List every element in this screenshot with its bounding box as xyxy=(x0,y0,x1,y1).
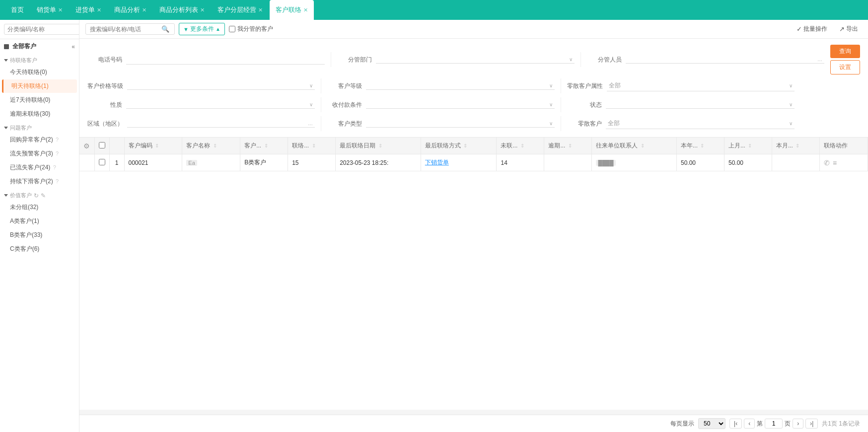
filter-customer-grade-select[interactable]: ∨ xyxy=(366,82,555,90)
hint-icon-risk: ? xyxy=(56,150,59,156)
sidebar-item-c[interactable]: C类客户(6) xyxy=(2,242,77,256)
settings-icon[interactable]: ⚙ xyxy=(83,142,90,150)
next-page-btn[interactable]: › xyxy=(793,419,803,429)
filter-retail-attr-label: 零散客户属性 xyxy=(567,82,603,90)
sidebar-item-tomorrow[interactable]: 明天待联络(1) xyxy=(2,79,77,93)
nav-analysis-list[interactable]: 商品分析列表 ✕ xyxy=(153,0,211,20)
filter-row-1: 电话号码 分管部门 ∨ 分管人员 … xyxy=(87,43,860,76)
sidebar-item-risk[interactable]: 流失预警客户(3) ? xyxy=(2,147,77,160)
filter-retail-attr-select[interactable]: 全部 ∨ xyxy=(607,80,795,91)
nav-close-purchase[interactable]: ✕ xyxy=(97,7,101,13)
sort-icon-code[interactable]: ⇕ xyxy=(155,143,159,148)
page-nav: |‹ ‹ 第 页 › ›| xyxy=(729,419,818,429)
row-un-contact: 14 xyxy=(497,154,544,171)
action-phone-icon[interactable]: ✆ xyxy=(824,159,830,167)
sort-icon-date[interactable]: ⇕ xyxy=(378,143,382,148)
sidebar-group-value-refresh[interactable]: ↻ xyxy=(34,192,39,199)
filter-ctype-label: 客户类型 xyxy=(327,120,362,128)
nav-close-customer-contact[interactable]: ✕ xyxy=(303,7,308,13)
filter-region-select[interactable]: … xyxy=(127,120,315,128)
sidebar-item-lost[interactable]: 已流失客户(24) ? xyxy=(2,161,77,174)
sidebar-item-today[interactable]: 今天待联络(0) xyxy=(2,66,77,79)
filter-nature-select[interactable]: ∨ xyxy=(126,101,315,109)
filter-price-grade-select[interactable]: ∨ xyxy=(127,82,315,90)
filter-person-select[interactable]: … xyxy=(626,56,824,64)
nav-customer-contact[interactable]: 客户联络 ✕ xyxy=(270,0,314,20)
sidebar-item-a[interactable]: A类客户(1) xyxy=(2,215,77,228)
row-this-year: 50.00 xyxy=(676,154,724,171)
sort-icon-un[interactable]: ⇕ xyxy=(520,143,524,148)
sort-icon-name[interactable]: ⇕ xyxy=(213,143,217,148)
last-page-btn[interactable]: ›| xyxy=(805,419,818,429)
filter-phone: 电话号码 xyxy=(87,55,325,65)
batch-btn[interactable]: ✓ 批量操作 xyxy=(793,23,831,35)
filter-phone-input[interactable] xyxy=(126,55,325,65)
table-area: ⚙ 客户编码 ⇕ 客户名称 ⇕ xyxy=(79,138,868,410)
nav-analysis[interactable]: 商品分析 ✕ xyxy=(108,0,152,20)
filter-status-select[interactable]: ∨ xyxy=(606,101,795,109)
sort-icon-method[interactable]: ⇕ xyxy=(463,143,467,148)
table-header-row: ⚙ 客户编码 ⇕ 客户名称 ⇕ xyxy=(79,138,868,154)
filter-ctype-select[interactable]: ∨ xyxy=(366,120,555,128)
per-page-label: 每页显示 xyxy=(670,420,694,428)
sidebar-item-declining[interactable]: 持续下滑客户(2) ? xyxy=(2,175,77,188)
filter-ctype: 客户类型 ∨ xyxy=(327,120,555,128)
page-input[interactable] xyxy=(765,419,783,429)
sidebar-group-problem: 问题客户 xyxy=(0,121,79,133)
sidebar-search-area: 🔍 xyxy=(0,20,79,39)
nav-sales[interactable]: 销货单 ✕ xyxy=(31,0,69,20)
nav-close-customer-layer[interactable]: ✕ xyxy=(258,7,263,13)
page-size-select[interactable]: 50 10 20 100 xyxy=(698,418,725,429)
filter-retail-select[interactable]: 全部 ∨ xyxy=(606,118,795,129)
sidebar-all-customers[interactable]: 全部客户 « xyxy=(0,39,79,54)
sidebar-item-abnormal[interactable]: 回购异常客户(2) ? xyxy=(2,133,77,146)
sort-icon-type[interactable]: ⇕ xyxy=(264,143,268,148)
sort-icon-count[interactable]: ⇕ xyxy=(312,143,316,148)
search-icon[interactable]: 🔍 xyxy=(161,25,169,33)
query-btn[interactable]: 查询 xyxy=(830,45,860,58)
filter-retail: 零散客户 全部 ∨ xyxy=(567,118,795,129)
col-last-contact-date: 最后联络日期 ⇕ xyxy=(336,138,421,154)
sidebar-item-ungroup[interactable]: 未分组(32) xyxy=(2,201,77,214)
action-more-icon[interactable]: ≡ xyxy=(833,159,837,167)
export-icon: ↗ xyxy=(839,25,845,33)
sidebar-item-week[interactable]: 近7天待联络(0) xyxy=(2,93,77,107)
my-customers-checkbox[interactable] xyxy=(229,26,235,32)
nav-close-sales[interactable]: ✕ xyxy=(58,7,63,13)
sort-icon-overdue[interactable]: ⇕ xyxy=(568,143,572,148)
export-btn[interactable]: ↗ 导出 xyxy=(835,23,862,35)
col-un-contact: 未联... ⇕ xyxy=(497,138,544,154)
search-input[interactable] xyxy=(90,26,159,33)
sort-icon-year[interactable]: ⇕ xyxy=(700,143,704,148)
filter-payment-select[interactable]: ∨ xyxy=(366,101,555,109)
filter-retail-label: 零散客户 xyxy=(567,120,602,128)
nav-home[interactable]: 首页 xyxy=(5,0,30,20)
sort-icon-unit[interactable]: ⇕ xyxy=(641,143,645,148)
sidebar-group-value: 价值客户 ↻ ✎ xyxy=(0,189,79,200)
nav-close-analysis[interactable]: ✕ xyxy=(142,7,146,13)
hint-icon-abnormal: ? xyxy=(56,137,59,143)
footer: 每页显示 50 10 20 100 |‹ ‹ 第 页 › ›| 共1页 1条记录 xyxy=(79,415,868,432)
sidebar-collapse-icon[interactable]: « xyxy=(72,43,75,50)
sidebar-item-overdue[interactable]: 逾期未联络(30) xyxy=(2,107,77,121)
nav-customer-layer[interactable]: 客户分层经营 ✕ xyxy=(212,0,269,20)
filter-more-btn[interactable]: ▼ 更多条件 ▲ xyxy=(179,23,225,35)
row-checkbox[interactable] xyxy=(99,159,105,165)
unit-contact-blurred: ████ xyxy=(596,160,615,166)
sort-icon-tmonth[interactable]: ⇕ xyxy=(796,143,799,148)
set-btn[interactable]: 设置 xyxy=(830,60,860,74)
sidebar-group-value-edit[interactable]: ✎ xyxy=(41,192,46,199)
first-page-btn[interactable]: |‹ xyxy=(729,419,742,429)
nav-close-analysis-list[interactable]: ✕ xyxy=(200,7,205,13)
select-all-checkbox[interactable] xyxy=(99,142,105,148)
contact-method-link[interactable]: 下销货单 xyxy=(425,159,449,166)
sidebar-item-b[interactable]: B类客户(33) xyxy=(2,228,77,242)
sort-icon-lmonth[interactable]: ⇕ xyxy=(748,143,752,148)
sidebar-search-input[interactable] xyxy=(4,24,79,35)
prev-page-btn[interactable]: ‹ xyxy=(744,419,755,429)
row-last-contact-method: 下销货单 xyxy=(421,154,497,171)
nav-purchase[interactable]: 进货单 ✕ xyxy=(70,0,107,20)
filter-dept-select[interactable]: ∨ xyxy=(376,56,575,64)
filter-icon: ▼ xyxy=(183,26,189,32)
row-actions: ✆ ≡ xyxy=(819,154,868,171)
